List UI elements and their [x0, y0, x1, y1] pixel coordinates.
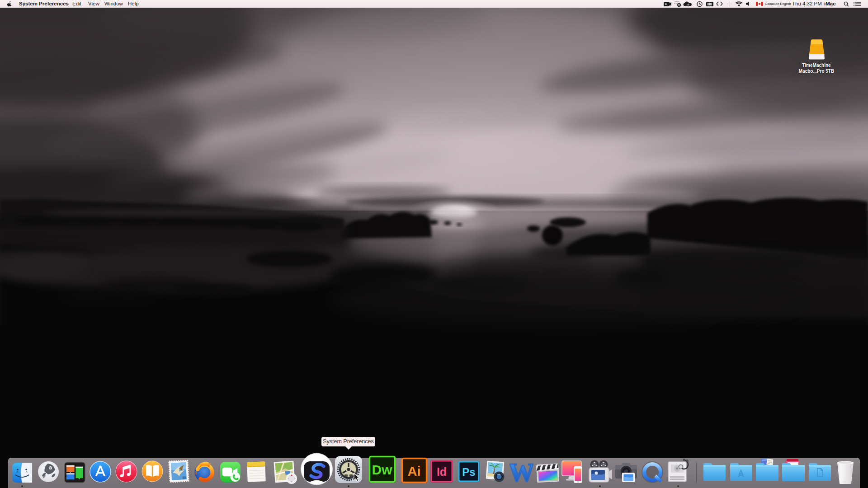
svg-text:Dw: Dw — [372, 462, 393, 477]
svg-text:Ai: Ai — [408, 464, 421, 479]
svg-text:Ps: Ps — [462, 466, 475, 478]
svg-text:W: W — [509, 460, 533, 483]
svg-text:Id: Id — [437, 465, 447, 478]
